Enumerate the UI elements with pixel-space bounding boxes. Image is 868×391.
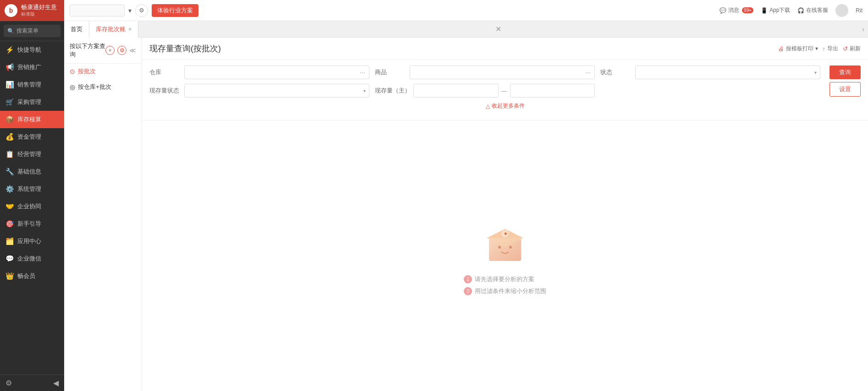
sidebar-item-newbie[interactable]: 🎯 新手引导 — [0, 215, 64, 233]
refresh-icon: ↺ — [843, 45, 848, 52]
tab-active-label: 库存批次账 — [96, 25, 126, 33]
tabbar: 首页 库存批次账 × ✕ › — [64, 21, 868, 38]
sidebar-item-purchase[interactable]: 🛒 采购管理 — [0, 93, 64, 111]
quantity-to-input[interactable] — [510, 84, 595, 98]
topbar-gear-button[interactable]: ⚙ — [135, 4, 148, 17]
refresh-label: 刷新 — [850, 45, 861, 53]
topbar-dropdown-button[interactable]: ▾ — [128, 7, 132, 14]
collapse-button[interactable]: △ 收起更多条件 — [486, 99, 525, 113]
quantity-dash: — — [501, 87, 507, 94]
sidebar-item-basic[interactable]: 🔧 基础信息 — [0, 163, 64, 180]
sidebar-item-label: 采购管理 — [17, 98, 41, 106]
sidebar-item-sales[interactable]: 📊 销售管理 — [0, 76, 64, 93]
sidebar-item-label: 库存核算 — [17, 115, 41, 124]
warehouse-dots: ··· — [360, 69, 365, 76]
collapse-row: △ 收起更多条件 — [149, 98, 861, 114]
messages-label: 消息 — [728, 6, 739, 14]
sidebar-item-label: 营销推广 — [17, 63, 41, 71]
empty-state: ✦ 1 请先选择要分析的方案 2 — [464, 213, 546, 299]
export-button[interactable]: ↑ 导出 — [823, 45, 839, 53]
shortcut-icon: ⚡ — [5, 46, 14, 54]
add-scheme-button[interactable]: + — [105, 46, 115, 55]
search-menu-button[interactable]: 🔍 搜索菜单 — [4, 25, 60, 37]
quantity-from-input[interactable] — [413, 84, 499, 98]
marketing-icon: 📢 — [5, 63, 14, 71]
left-panel-item-label: 按仓库+批次 — [78, 83, 111, 91]
sidebar-item-enterprise[interactable]: 🤝 企业协同 — [0, 198, 64, 215]
user-avatar[interactable] — [835, 4, 848, 17]
hint-text-2: 用过滤条件来缩小分析范围 — [475, 287, 546, 295]
sidebar-item-marketing[interactable]: 📢 营销推广 — [0, 59, 64, 76]
sidebar-item-label: 系统管理 — [17, 185, 41, 193]
query-button[interactable]: 查询 — [830, 65, 861, 79]
left-panel-item-warehouse-batch[interactable]: ◎ 按仓库+批次 — [64, 79, 142, 95]
settings-scheme-button[interactable]: ⚙ — [117, 46, 126, 55]
messages-action[interactable]: 💬 消息 99+ — [720, 6, 753, 14]
sidebar-item-finance[interactable]: 💰 资金管理 — [0, 128, 64, 146]
empty-icon: ✦ — [478, 213, 533, 268]
phone-icon: 📱 — [761, 7, 768, 14]
warehouse-input[interactable]: ··· — [184, 65, 369, 79]
content-body: ✦ 1 请先选择要分析的方案 2 — [142, 120, 868, 391]
tab-right-arrow-button[interactable]: › — [862, 26, 868, 33]
product-dots: ··· — [585, 69, 591, 76]
tab-home[interactable]: 首页 — [64, 21, 89, 38]
quantity-label: 现存量（主） — [375, 87, 411, 95]
left-panel-title: 按以下方案查询 — [70, 42, 105, 59]
tab-home-label: 首页 — [71, 25, 82, 33]
export-icon: ↑ — [823, 45, 826, 52]
print-dropdown-icon: ▾ — [815, 45, 818, 52]
message-icon: 💬 — [720, 7, 726, 14]
topbar: ▾ ⚙ 体验行业方案 💬 消息 99+ 📱 App下载 🎧 在线客服 Rit — [64, 0, 868, 21]
sidebar-item-label: 新手引导 — [17, 220, 41, 228]
tab-inventory-batch[interactable]: 库存批次账 × — [89, 21, 138, 38]
inventory-status-select[interactable] — [184, 84, 369, 98]
print-icon: 🖨 — [778, 45, 784, 52]
collapse-panel-button[interactable]: ≪ — [129, 46, 136, 55]
sidebar-item-member[interactable]: 👑 畅会员 — [0, 267, 64, 285]
sidebar-footer: ⚙ ◀ — [0, 375, 64, 391]
left-panel-item-batch[interactable]: ⊙ 按批次 — [64, 64, 142, 79]
warehouse-label: 仓库 — [149, 68, 181, 76]
page-header: 现存量查询(按批次) 🖨 按模板打印 ▾ ↑ 导出 ↺ 刷新 — [142, 38, 868, 60]
inventory-status-label: 现存量状态 — [149, 87, 181, 95]
trial-button[interactable]: 体验行业方案 — [152, 4, 198, 17]
sidebar-item-inventory[interactable]: 📦 库存核算 — [0, 111, 64, 128]
sidebar-search-area: 🔍 搜索菜单 — [0, 21, 64, 41]
sidebar-item-label: 畅会员 — [17, 272, 35, 280]
sales-icon: 📊 — [5, 81, 14, 89]
page-actions: 🖨 按模板打印 ▾ ↑ 导出 ↺ 刷新 — [778, 45, 861, 53]
sidebar: b 畅康通好生意 标准版 🔍 搜索菜单 ⚡ 快捷导航 📢 营销推广 📊 销售管理… — [0, 0, 64, 391]
sidebar-settings-button[interactable]: ⚙ — [5, 379, 12, 387]
sidebar-item-shortcut[interactable]: ⚡ 快捷导航 — [0, 41, 64, 59]
apps-icon: 🗂️ — [5, 237, 14, 245]
filter-row-2: 现存量状态 ▾ 现存量（主） — — [149, 84, 820, 98]
tab-close-button[interactable]: × — [128, 26, 132, 33]
sidebar-item-apps[interactable]: 🗂️ 应用中心 — [0, 233, 64, 250]
sidebar-item-system[interactable]: ⚙️ 系统管理 — [0, 180, 64, 198]
finance-icon: 💰 — [5, 133, 14, 141]
settings-button[interactable]: 设置 — [830, 82, 861, 97]
filter-row-1: 仓库 ··· 商品 ··· — [149, 65, 820, 79]
newbie-icon: 🎯 — [5, 220, 14, 228]
status-select-wrapper: ▾ — [635, 65, 820, 79]
sidebar-item-operations[interactable]: 📋 经营管理 — [0, 146, 64, 163]
online-service-label: 在线客服 — [806, 6, 828, 14]
app-download-action[interactable]: 📱 App下载 — [761, 6, 790, 14]
online-service-action[interactable]: 🎧 在线客服 — [797, 6, 828, 14]
export-label: 导出 — [827, 45, 838, 53]
sidebar-item-wechat[interactable]: 💬 企业微信 — [0, 250, 64, 267]
collapse-label: 收起更多条件 — [492, 102, 525, 110]
sidebar-header: b 畅康通好生意 标准版 — [0, 0, 64, 21]
sidebar-collapse-button[interactable]: ◀ — [53, 379, 59, 387]
status-select[interactable] — [635, 65, 820, 79]
hint-text-1: 请先选择要分析的方案 — [475, 275, 534, 283]
product-filter: 商品 ··· — [375, 65, 595, 79]
filter-area: 仓库 ··· 商品 ··· — [142, 60, 868, 120]
product-input[interactable]: ··· — [410, 65, 595, 79]
print-button[interactable]: 🖨 按模板打印 ▾ — [778, 45, 818, 53]
refresh-button[interactable]: ↺ 刷新 — [843, 45, 861, 53]
username-label[interactable]: Rit — [856, 7, 863, 14]
tab-close-global-button[interactable]: ✕ — [495, 25, 501, 33]
topbar-search-input[interactable] — [70, 5, 125, 16]
